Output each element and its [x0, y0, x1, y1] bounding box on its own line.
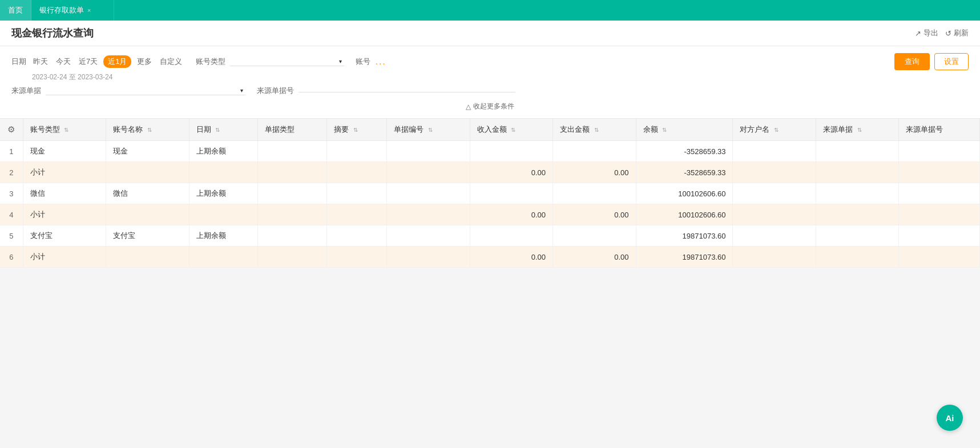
cell-voucherNo — [387, 225, 470, 247]
col-header-sourceVoucher[interactable]: 来源单据 ⇅ — [816, 119, 899, 141]
col-header-accountName[interactable]: 账号名称 ⇅ — [106, 119, 189, 141]
date-filter-group: 日期 昨天今天近7天近1月更多自定义 — [11, 55, 184, 68]
cell-counterparty — [733, 183, 816, 204]
cell-balance: 19871073.60 — [636, 225, 733, 247]
cell-voucherNo — [387, 141, 470, 162]
col-header-summary[interactable]: 摘要 ⇅ — [327, 119, 387, 141]
cell-expense: 0.00 — [553, 204, 636, 225]
col-header-sourceVoucherNo: 来源单据号 — [899, 119, 980, 141]
cell-date: 上期余额 — [189, 225, 258, 247]
table-row: 5支付宝支付宝上期余额19871073.60 — [0, 225, 980, 247]
cell-date — [189, 204, 258, 225]
sort-icon-accountName: ⇅ — [147, 127, 152, 133]
cell-accountType: 微信 — [23, 183, 106, 204]
settings-button[interactable]: 设置 — [934, 53, 969, 70]
sort-icon-income: ⇅ — [511, 127, 515, 133]
cell-counterparty — [733, 162, 816, 183]
source-voucher-select[interactable]: ▾ — [46, 86, 245, 95]
account-group: 账号 ... — [356, 56, 386, 67]
cell-accountType: 小计 — [23, 162, 106, 183]
col-header-income[interactable]: 收入金额 ⇅ — [470, 119, 553, 141]
cell-voucherNo — [387, 204, 470, 225]
cell-voucherType — [258, 204, 327, 225]
cell-index: 6 — [0, 247, 23, 268]
cell-voucherType — [258, 183, 327, 204]
account-type-label: 账号类型 — [196, 56, 225, 67]
export-icon: ↗ — [915, 29, 921, 38]
cell-accountName — [106, 204, 189, 225]
cell-accountType: 现金 — [23, 141, 106, 162]
date-btn-近1月[interactable]: 近1月 — [103, 55, 131, 68]
col-header-balance[interactable]: 余额 ⇅ — [636, 119, 733, 141]
date-label: 日期 — [11, 56, 26, 67]
date-btn-昨天[interactable]: 昨天 — [31, 55, 50, 68]
col-header-accountType[interactable]: 账号类型 ⇅ — [23, 119, 106, 141]
export-button[interactable]: ↗ 导出 — [915, 28, 938, 38]
sort-icon-voucherNo: ⇅ — [428, 127, 433, 133]
collapse-row[interactable]: △ 收起更多条件 — [11, 102, 969, 111]
nav-tab-银行存取款单[interactable]: 银行存取款单× — [31, 0, 114, 21]
source-voucher-no-label: 来源单据号 — [257, 86, 294, 96]
cell-sourceVoucher — [816, 247, 899, 268]
date-btn-更多[interactable]: 更多 — [135, 55, 154, 68]
cell-balance: 100102606.60 — [636, 183, 733, 204]
col-header-date[interactable]: 日期 ⇅ — [189, 119, 258, 141]
cell-sourceVoucherNo — [899, 225, 980, 247]
cell-accountName — [106, 162, 189, 183]
col-header-voucherNo[interactable]: 单据编号 ⇅ — [387, 119, 470, 141]
table-wrapper: ⚙账号类型 ⇅账号名称 ⇅日期 ⇅单据类型摘要 ⇅单据编号 ⇅收入金额 ⇅支出金… — [0, 119, 980, 268]
cell-index: 2 — [0, 162, 23, 183]
date-btn-近7天[interactable]: 近7天 — [76, 55, 100, 68]
cell-index: 4 — [0, 204, 23, 225]
cell-accountType: 支付宝 — [23, 225, 106, 247]
cell-accountName: 支付宝 — [106, 225, 189, 247]
sort-icon-summary: ⇅ — [353, 127, 358, 133]
col-header-counterparty[interactable]: 对方户名 ⇅ — [733, 119, 816, 141]
nav-home[interactable]: 首页 — [0, 0, 31, 21]
date-btn-今天[interactable]: 今天 — [54, 55, 73, 68]
table-row: 2小计0.000.00-3528659.33 — [0, 162, 980, 183]
source-voucher-no-input[interactable] — [299, 90, 515, 92]
cell-income: 0.00 — [470, 204, 553, 225]
cell-date: 上期余额 — [189, 183, 258, 204]
source-voucher-chevron-icon: ▾ — [240, 87, 243, 94]
source-voucher-group: 来源单据 ▾ — [11, 86, 245, 96]
cell-voucherNo — [387, 162, 470, 183]
cell-expense — [553, 183, 636, 204]
account-type-select[interactable]: ▾ — [230, 57, 344, 66]
refresh-button[interactable]: ↺ 刷新 — [945, 28, 969, 38]
col-header-expense[interactable]: 支出金额 ⇅ — [553, 119, 636, 141]
cell-counterparty — [733, 204, 816, 225]
account-label: 账号 — [356, 56, 370, 67]
query-button[interactable]: 查询 — [894, 53, 930, 70]
sort-icon-accountType: ⇅ — [64, 127, 68, 133]
cell-date — [189, 247, 258, 268]
cell-balance: 100102606.60 — [636, 204, 733, 225]
sort-icon-counterparty: ⇅ — [774, 127, 779, 133]
sort-icon-sourceVoucher: ⇅ — [857, 127, 862, 133]
cell-date: 上期余额 — [189, 141, 258, 162]
cell-summary — [327, 141, 387, 162]
date-range: 2023-02-24 至 2023-03-24 — [32, 73, 112, 81]
cell-expense: 0.00 — [553, 162, 636, 183]
gear-icon[interactable]: ⚙ — [7, 124, 15, 134]
cell-accountType: 小计 — [23, 204, 106, 225]
top-nav: 首页 收款单×付款单×其他收入单×应收应付调整单×银行存取款单×预收冲应收单×收… — [0, 0, 980, 21]
account-dots[interactable]: ... — [375, 56, 386, 67]
date-btn-自定义[interactable]: 自定义 — [158, 55, 184, 68]
cell-sourceVoucherNo — [899, 162, 980, 183]
cell-summary — [327, 225, 387, 247]
close-tab-icon[interactable]: × — [87, 7, 91, 14]
filter-area: 日期 昨天今天近7天近1月更多自定义 账号类型 ▾ 账号 ... 查询 设置 2… — [0, 46, 980, 119]
cell-accountName: 微信 — [106, 183, 189, 204]
cell-summary — [327, 204, 387, 225]
header-actions: ↗ 导出 ↺ 刷新 — [915, 28, 969, 38]
collapse-label: 收起更多条件 — [473, 102, 514, 111]
cell-accountType: 小计 — [23, 247, 106, 268]
cell-income — [470, 225, 553, 247]
table-header: ⚙账号类型 ⇅账号名称 ⇅日期 ⇅单据类型摘要 ⇅单据编号 ⇅收入金额 ⇅支出金… — [0, 119, 980, 141]
refresh-icon: ↺ — [945, 29, 951, 38]
page-header: 现金银行流水查询 ↗ 导出 ↺ 刷新 — [0, 21, 980, 46]
export-label: 导出 — [923, 28, 938, 38]
cell-income: 0.00 — [470, 247, 553, 268]
